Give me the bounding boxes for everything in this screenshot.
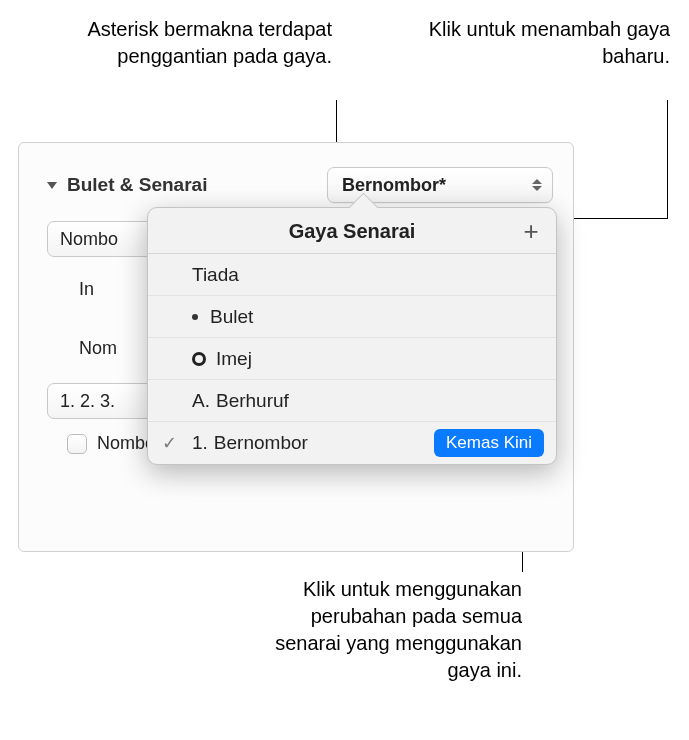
tiered-numbers-checkbox[interactable] [67,434,87,454]
disclosure-triangle-icon [47,182,57,189]
style-item-lettered[interactable]: A. Berhuruf [148,380,556,422]
style-item-label: Berhuruf [216,390,289,412]
lettered-prefix: A. [192,390,210,412]
list-type-value: Nombo [60,229,118,250]
number-format-value: 1. 2. 3. [60,391,115,412]
callout-asterisk: Asterisk bermakna terdapat penggantian p… [80,16,332,70]
numbered-prefix: 1. [192,432,208,454]
style-item-bullet[interactable]: Bulet [148,296,556,338]
callout-update: Klik untuk menggunakan perubahan pada se… [262,576,522,684]
format-panel: Bulet & Senarai Bernombor* Nombo In Nom … [18,142,574,552]
list-styles-popover: Gaya Senarai + Tiada Bulet Imej A. Berhu… [147,207,557,465]
style-item-label: Bernombor [214,432,308,454]
add-style-button[interactable]: + [516,216,546,246]
section-title: Bulet & Senarai [67,174,207,196]
popover-title: Gaya Senarai [289,220,416,242]
checkmark-icon: ✓ [162,432,177,454]
popover-title-row: Gaya Senarai + [148,208,556,253]
style-item-label: Imej [216,348,252,370]
callout-line-add-v [667,100,668,218]
chevron-updown-icon [532,179,542,191]
update-style-button[interactable]: Kemas Kini [434,429,544,457]
style-item-none[interactable]: Tiada [148,254,556,296]
style-item-image[interactable]: Imej [148,338,556,380]
plus-icon: + [523,216,538,247]
style-list: Tiada Bulet Imej A. Berhuruf ✓ 1. Bernom… [148,253,556,464]
style-item-label: Bulet [210,306,253,328]
bullet-icon [192,314,198,320]
list-style-selected: Bernombor* [342,175,446,196]
bullets-lists-header[interactable]: Bulet & Senarai Bernombor* [19,143,573,203]
image-bullet-icon [192,352,206,366]
style-item-numbered[interactable]: ✓ 1. Bernombor Kemas Kini [148,422,556,464]
style-item-label: Tiada [192,264,239,286]
callout-add: Klik untuk menambah gaya baharu. [420,16,670,70]
